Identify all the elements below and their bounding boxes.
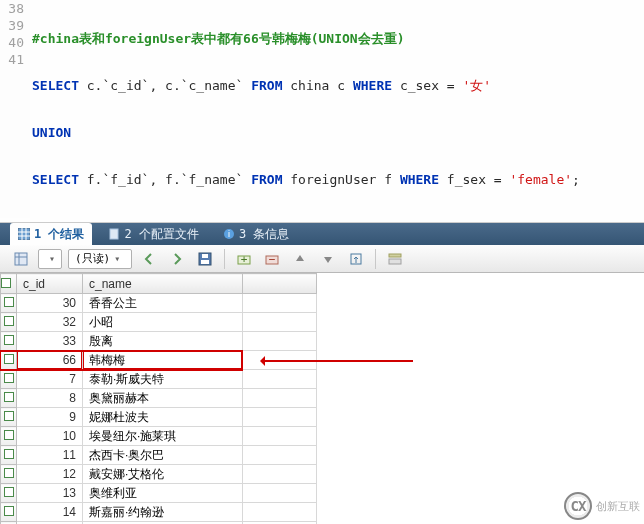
row-checkbox[interactable] xyxy=(1,446,17,465)
cell-empty xyxy=(243,503,317,522)
cell-name[interactable]: 奥黛丽赫本 xyxy=(83,389,243,408)
tab-messages[interactable]: i 3 条信息 xyxy=(215,223,297,245)
cell-name[interactable]: 泰勒·斯威夫特 xyxy=(83,370,243,389)
cell-name[interactable]: 殷离 xyxy=(83,332,243,351)
cell-name[interactable]: 埃曼纽尔·施莱琪 xyxy=(83,427,243,446)
table-row[interactable]: 12戴安娜·艾格伦 xyxy=(1,465,317,484)
result-grid[interactable]: c_id c_name 30香香公主32小昭33殷离66韩梅梅7泰勒·斯威夫特8… xyxy=(0,273,317,524)
nav-last-button[interactable] xyxy=(166,248,188,270)
tab-profiles[interactable]: 2 个配置文件 xyxy=(100,223,206,245)
row-checkbox[interactable] xyxy=(1,370,17,389)
cell-name[interactable]: 妮娜杜波夫 xyxy=(83,408,243,427)
cell-name[interactable]: 奥维利亚 xyxy=(83,484,243,503)
cell-name[interactable]: 戴安娜·艾格伦 xyxy=(83,465,243,484)
svg-text:−: − xyxy=(269,253,276,266)
table-row[interactable]: 32小昭 xyxy=(1,313,317,332)
result-toolbar: ▾ (只读)▾ + − xyxy=(0,245,644,273)
code-area[interactable]: #china表和foreignUser表中都有66号韩梅梅(UNION会去重) … xyxy=(30,0,644,218)
column-header-name[interactable]: c_name xyxy=(83,274,243,294)
limit-dropdown[interactable]: ▾ xyxy=(38,249,62,269)
cell-id[interactable]: 7 xyxy=(17,370,83,389)
checkbox-icon xyxy=(4,487,14,497)
cell-name[interactable]: 杰西卡·奥尔巴 xyxy=(83,446,243,465)
cell-id[interactable]: 12 xyxy=(17,465,83,484)
table-row[interactable]: 9妮娜杜波夫 xyxy=(1,408,317,427)
cell-empty xyxy=(243,408,317,427)
table-row[interactable]: 14斯嘉丽·约翰逊 xyxy=(1,503,317,522)
svg-rect-5 xyxy=(110,229,118,239)
line-number: 40 xyxy=(0,34,24,51)
table-row[interactable]: 10埃曼纽尔·施莱琪 xyxy=(1,427,317,446)
column-header-id[interactable]: c_id xyxy=(17,274,83,294)
separator xyxy=(224,249,225,269)
checkbox-icon xyxy=(4,297,14,307)
cell-empty xyxy=(243,332,317,351)
table-row[interactable]: 13奥维利亚 xyxy=(1,484,317,503)
table-row[interactable]: 11杰西卡·奥尔巴 xyxy=(1,446,317,465)
filter-button[interactable] xyxy=(384,248,406,270)
cell-id[interactable]: 13 xyxy=(17,484,83,503)
cell-name[interactable]: 香香公主 xyxy=(83,294,243,313)
svg-rect-19 xyxy=(389,254,401,257)
checkbox-icon xyxy=(1,278,11,288)
watermark: CX 创新互联 xyxy=(564,492,640,520)
cell-name[interactable]: 韩梅梅 xyxy=(83,351,243,370)
cell-id[interactable]: 8 xyxy=(17,389,83,408)
cell-id[interactable]: 33 xyxy=(17,332,83,351)
row-checkbox[interactable] xyxy=(1,332,17,351)
table-row[interactable]: 30香香公主 xyxy=(1,294,317,313)
cell-id[interactable]: 9 xyxy=(17,408,83,427)
save-button[interactable] xyxy=(194,248,216,270)
line-number: 39 xyxy=(0,17,24,34)
table-row[interactable]: 33殷离 xyxy=(1,332,317,351)
mode-dropdown[interactable]: (只读)▾ xyxy=(68,249,132,269)
show-all-button[interactable] xyxy=(10,248,32,270)
cell-empty xyxy=(243,370,317,389)
watermark-text: 创新互联 xyxy=(596,499,640,514)
line-number: 41 xyxy=(0,51,24,68)
row-checkbox[interactable] xyxy=(1,503,17,522)
checkbox-icon xyxy=(4,335,14,345)
add-row-button[interactable]: + xyxy=(233,248,255,270)
cell-id[interactable]: 66 xyxy=(17,351,83,370)
svg-rect-12 xyxy=(201,260,209,264)
table-row[interactable]: 8奥黛丽赫本 xyxy=(1,389,317,408)
row-checkbox[interactable] xyxy=(1,484,17,503)
table-row[interactable]: 7泰勒·斯威夫特 xyxy=(1,370,317,389)
cell-id[interactable]: 14 xyxy=(17,503,83,522)
row-checkbox[interactable] xyxy=(1,313,17,332)
watermark-logo-icon: CX xyxy=(564,492,592,520)
down-button[interactable] xyxy=(317,248,339,270)
table-row[interactable]: 66韩梅梅 xyxy=(1,351,317,370)
row-checkbox[interactable] xyxy=(1,408,17,427)
cell-empty xyxy=(243,351,317,370)
row-checkbox[interactable] xyxy=(1,427,17,446)
cell-name[interactable]: 斯嘉丽·约翰逊 xyxy=(83,503,243,522)
up-button[interactable] xyxy=(289,248,311,270)
tab-results[interactable]: 1 个结果 xyxy=(10,223,92,245)
cell-id[interactable]: 32 xyxy=(17,313,83,332)
row-checkbox[interactable] xyxy=(1,389,17,408)
svg-rect-13 xyxy=(202,254,208,258)
cell-empty xyxy=(243,313,317,332)
column-header-empty xyxy=(243,274,317,294)
delete-row-button[interactable]: − xyxy=(261,248,283,270)
cell-id[interactable]: 10 xyxy=(17,427,83,446)
checkbox-icon xyxy=(4,373,14,383)
checkbox-icon xyxy=(4,354,14,364)
corner-cell[interactable] xyxy=(1,274,17,294)
line-gutter: 38 39 40 41 xyxy=(0,0,30,218)
grid-icon xyxy=(18,228,30,240)
cell-empty xyxy=(243,389,317,408)
separator xyxy=(375,249,376,269)
cell-name[interactable]: 小昭 xyxy=(83,313,243,332)
cell-id[interactable]: 11 xyxy=(17,446,83,465)
nav-first-button[interactable] xyxy=(138,248,160,270)
row-checkbox[interactable] xyxy=(1,294,17,313)
chevron-down-icon: ▾ xyxy=(114,253,120,264)
cell-id[interactable]: 30 xyxy=(17,294,83,313)
svg-rect-8 xyxy=(15,253,27,265)
row-checkbox[interactable] xyxy=(1,465,17,484)
export-button[interactable] xyxy=(345,248,367,270)
row-checkbox[interactable] xyxy=(1,351,17,370)
